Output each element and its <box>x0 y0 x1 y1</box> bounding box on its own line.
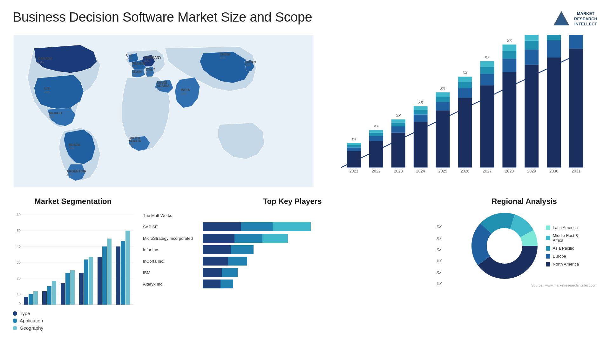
player-infor: Infor Inc. XX <box>143 245 442 254</box>
world-map-svg: CANADA xx% U.S. xx% MEXICO xx% BRAZIL xx… <box>13 35 314 187</box>
bar-seg-mid <box>231 245 254 254</box>
svg-rect-45 <box>369 133 383 136</box>
players-panel: Top Key Players The MathWorks SAP SE XX <box>143 197 442 330</box>
svg-rect-133 <box>98 257 102 305</box>
svg-rect-61 <box>436 111 450 167</box>
svg-rect-139 <box>125 231 130 305</box>
svg-rect-129 <box>79 273 84 305</box>
svg-rect-69 <box>458 82 472 88</box>
player-xx-ibm: XX <box>437 270 442 275</box>
svg-text:xx%: xx% <box>38 60 44 64</box>
legend-north-america: North America <box>546 262 579 266</box>
svg-text:xx%: xx% <box>146 71 152 74</box>
svg-text:2024: 2024 <box>416 169 425 173</box>
bar-seg-dark <box>203 245 231 254</box>
segmentation-panel: Market Segmentation 60 50 40 30 20 10 0 … <box>13 197 133 330</box>
europe-dot <box>546 254 550 259</box>
svg-rect-67 <box>458 98 472 167</box>
svg-rect-81 <box>503 51 517 59</box>
player-xx-alteryx: XX <box>437 282 442 286</box>
logo-text: MARKET RESEARCH INTELLECT <box>574 11 597 27</box>
player-name-sap: SAP SE <box>143 225 200 229</box>
legend-geography: Geography <box>13 325 133 331</box>
svg-rect-64 <box>436 92 450 97</box>
svg-rect-137 <box>116 246 120 305</box>
page-header: Business Decision Software Market Size a… <box>13 10 597 29</box>
player-microstrategy: MicroStrategy Incorporated XX <box>143 234 442 243</box>
svg-text:INDIA: INDIA <box>181 88 190 92</box>
svg-rect-125 <box>61 283 65 305</box>
svg-rect-39 <box>347 145 361 147</box>
svg-rect-37 <box>347 151 361 167</box>
player-mathworks: The MathWorks <box>143 211 442 220</box>
player-bar-sap <box>203 222 432 231</box>
growth-chart-svg: XX 2021 XX 2022 XX 2023 XX 2024 <box>323 35 597 187</box>
segmentation-chart: 60 50 40 30 20 10 0 2021 2022 <box>13 211 133 306</box>
europe-label: Europe <box>553 254 566 259</box>
svg-rect-44 <box>369 136 383 141</box>
type-dot <box>13 311 17 316</box>
player-bar-incorta <box>203 257 432 266</box>
svg-rect-98 <box>569 35 583 49</box>
svg-text:xx%: xx% <box>157 87 162 91</box>
svg-rect-91 <box>547 57 561 167</box>
page-title: Business Decision Software Market Size a… <box>13 10 312 25</box>
bar-seg-mid <box>222 268 238 277</box>
svg-text:MEXICO: MEXICO <box>49 111 62 115</box>
player-name-mathworks: The MathWorks <box>143 213 200 218</box>
svg-text:xx%: xx% <box>132 65 138 68</box>
growth-chart-container: XX 2021 XX 2022 XX 2023 XX 2024 <box>323 35 597 187</box>
svg-text:XX: XX <box>351 137 357 141</box>
svg-rect-75 <box>480 67 494 74</box>
svg-rect-68 <box>458 88 472 98</box>
svg-rect-79 <box>503 72 517 168</box>
svg-text:XX: XX <box>418 100 424 104</box>
svg-text:xx%: xx% <box>49 115 55 118</box>
svg-rect-131 <box>89 257 93 305</box>
svg-text:xx%: xx% <box>245 63 251 67</box>
player-sap: SAP SE XX <box>143 222 442 231</box>
svg-text:0: 0 <box>19 302 21 306</box>
player-name-infor: Infor Inc. <box>143 247 200 252</box>
legend-asia-pacific: Asia Pacific <box>546 246 579 251</box>
svg-text:40: 40 <box>17 245 21 248</box>
svg-rect-135 <box>107 239 112 305</box>
geography-label: Geography <box>20 325 43 331</box>
player-bar-ibm <box>203 268 432 277</box>
player-xx-micro: XX <box>437 236 442 240</box>
player-name-micro: MicroStrategy Incorporated <box>143 236 200 241</box>
svg-text:10: 10 <box>17 292 21 296</box>
bar-seg-mid <box>220 280 233 288</box>
svg-rect-85 <box>525 65 539 167</box>
world-map-container: CANADA xx% U.S. xx% MEXICO xx% BRAZIL xx… <box>13 35 314 187</box>
svg-text:XX: XX <box>396 114 401 118</box>
svg-text:2030: 2030 <box>549 169 558 173</box>
application-label: Application <box>20 318 43 323</box>
svg-text:U.S.: U.S. <box>44 87 50 90</box>
svg-rect-58 <box>414 106 428 110</box>
svg-rect-40 <box>347 143 361 145</box>
svg-rect-130 <box>84 260 88 305</box>
svg-text:2029: 2029 <box>527 169 536 173</box>
svg-text:xx%: xx% <box>66 173 72 176</box>
geography-dot <box>13 326 17 330</box>
svg-rect-122 <box>47 286 51 305</box>
svg-rect-46 <box>369 130 383 132</box>
bar-seg-mid <box>228 257 247 266</box>
bar-seg-mid <box>241 222 273 231</box>
svg-rect-118 <box>29 294 33 305</box>
legend-application: Application <box>13 318 133 323</box>
svg-rect-49 <box>391 133 405 168</box>
svg-rect-88 <box>525 35 539 41</box>
player-name-incorta: InCorta Inc. <box>143 259 200 264</box>
svg-rect-117 <box>24 297 28 305</box>
type-label: Type <box>20 311 30 316</box>
svg-text:2025: 2025 <box>438 169 447 173</box>
regional-title: Regional Analysis <box>451 197 597 206</box>
player-incorta: InCorta Inc. XX <box>143 257 442 266</box>
svg-rect-87 <box>525 41 539 50</box>
svg-text:xx%: xx% <box>128 142 134 146</box>
svg-rect-62 <box>436 102 450 111</box>
bar-seg-dark <box>203 257 228 266</box>
svg-point-146 <box>487 228 522 263</box>
